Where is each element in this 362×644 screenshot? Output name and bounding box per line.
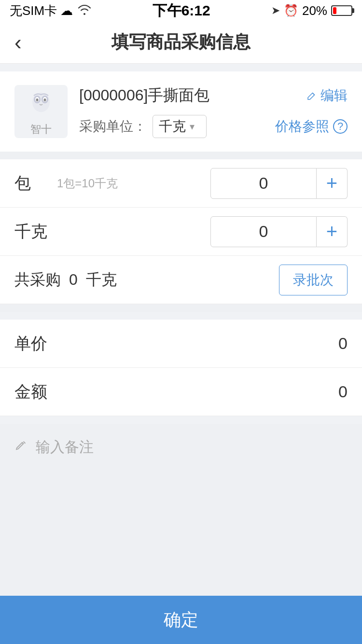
unit-label: 采购单位： [79, 117, 147, 136]
edit-button[interactable]: 编辑 [306, 86, 348, 105]
confirm-btn-label: 确定 [164, 608, 198, 632]
price-ref-label: 价格参照 [275, 117, 329, 136]
summary-text: 共采购 0 千克 [14, 269, 117, 291]
battery-fill [333, 7, 336, 14]
back-button[interactable]: ‹ [14, 32, 22, 53]
section-divider-1 [0, 152, 362, 159]
nav-bar: ‹ 填写商品采购信息 [0, 21, 362, 64]
bag-qty-wrap: + [210, 168, 348, 199]
svg-point-6 [44, 98, 46, 101]
remark-section[interactable]: 输入备注 [0, 424, 362, 471]
unit-dropdown-arrow: ▾ [190, 121, 195, 132]
unit-price-row: 单价 0 [0, 320, 362, 368]
unit-value: 千克 [159, 117, 186, 136]
clock-icon: ⏰ [284, 4, 298, 17]
summary-text-prefix: 共采购 [14, 271, 61, 288]
product-thumbnail: 智十 [14, 85, 68, 138]
product-full-name: [0000006]手撕面包 [79, 85, 209, 106]
summary-row: 共采购 0 千克 录批次 [0, 256, 362, 304]
amount-row: 金额 0 [0, 368, 362, 416]
bag-input-right: + [210, 168, 348, 199]
summary-unit: 千克 [86, 271, 117, 288]
pencil-icon [14, 439, 28, 456]
bag-label: 包 [14, 172, 53, 195]
amount-label: 金额 [14, 381, 47, 403]
bag-input-row: 包 1包=10千克 + [0, 159, 362, 208]
svg-point-5 [36, 98, 39, 101]
section-divider-2 [0, 304, 362, 312]
kg-label: 千克 [14, 221, 53, 243]
amount-value: 0 [338, 382, 348, 401]
input-section: 包 1包=10千克 + 千克 + 共采购 0 千克 录批次 [0, 159, 362, 304]
wifi-icon [78, 3, 91, 18]
unit-price-value: 0 [338, 334, 348, 353]
product-owl-icon [27, 87, 56, 120]
status-left: 无SIM卡 ☁ [10, 2, 91, 19]
kg-qty-wrap: + [210, 216, 348, 247]
battery-icon [331, 5, 352, 16]
battery-percent: 20% [302, 3, 327, 18]
bag-qty-input[interactable] [210, 168, 317, 199]
status-bar: 无SIM卡 ☁ 下午6:12 ➤ ⏰ 20% [0, 0, 362, 21]
kg-input-right: + [210, 216, 348, 247]
page-title: 填写商品采购信息 [111, 30, 251, 54]
nav-icon: ➤ [271, 4, 280, 17]
status-right: ➤ ⏰ 20% [271, 3, 352, 18]
kg-plus-button[interactable]: + [317, 216, 348, 247]
kg-input-row: 千克 + [0, 208, 362, 256]
bag-plus-button[interactable]: + [317, 168, 348, 199]
no-sim-label: 无SIM卡 ☁ [10, 2, 73, 19]
product-unit-row: 采购单位： 千克 ▾ 价格参照 ? [79, 115, 348, 138]
unit-select[interactable]: 千克 ▾ [153, 115, 207, 138]
product-info: [0000006]手撕面包 编辑 采购单位： 千克 ▾ 价格参照 ? [79, 85, 348, 138]
unit-price-label: 单价 [14, 333, 47, 355]
price-ref-button[interactable]: 价格参照 ? [275, 117, 348, 136]
kg-qty-input[interactable] [210, 216, 317, 247]
product-thumb-label: 智十 [30, 122, 52, 137]
summary-amount: 0 [69, 271, 78, 288]
bag-sublabel: 1包=10千克 [57, 176, 118, 191]
product-name-row: [0000006]手撕面包 编辑 [79, 85, 348, 106]
price-section: 单价 0 金额 0 [0, 320, 362, 416]
batch-button[interactable]: 录批次 [279, 265, 348, 295]
confirm-bar[interactable]: 确定 [0, 596, 362, 644]
price-ref-help-icon: ? [333, 119, 348, 134]
status-time: 下午6:12 [153, 1, 210, 21]
remark-placeholder: 输入备注 [36, 437, 94, 457]
product-card: 智十 [0000006]手撕面包 编辑 采购单位： 千克 ▾ 价格参照 [0, 71, 362, 152]
edit-label: 编辑 [320, 86, 348, 105]
